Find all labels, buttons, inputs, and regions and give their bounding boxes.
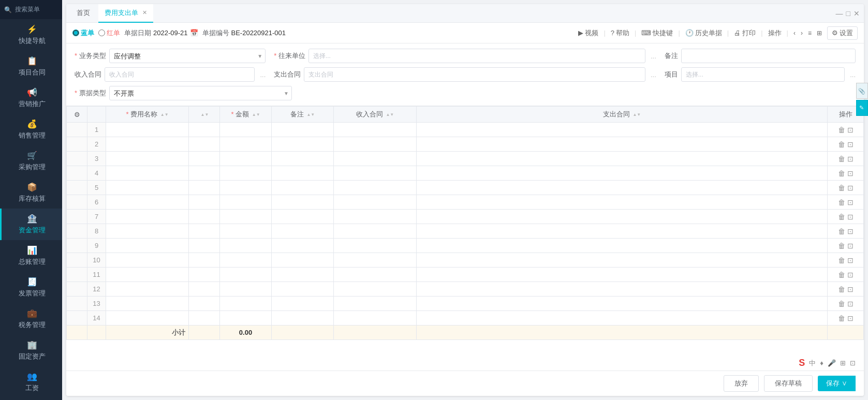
sidebar-item-marketing[interactable]: 📢营销推广	[0, 82, 62, 114]
row-memo-cell[interactable]	[272, 210, 334, 224]
copy-row-btn[interactable]: ⊡	[847, 184, 854, 192]
partner-dots[interactable]: ...	[651, 52, 656, 60]
delete-row-btn[interactable]: 🗑	[838, 184, 845, 192]
row-memo-cell[interactable]	[272, 311, 334, 325]
project-dots[interactable]: ...	[850, 71, 856, 79]
red-radio-label[interactable]: 红单	[98, 28, 120, 38]
row-expense-cell[interactable]	[417, 253, 828, 268]
save-draft-button[interactable]: 保存草稿	[764, 375, 813, 392]
row-expense-cell[interactable]	[417, 239, 828, 253]
copy-row-btn[interactable]: ⊡	[847, 140, 854, 149]
discard-button[interactable]: 放弃	[724, 375, 759, 392]
sidebar-item-tax[interactable]: 💼税务管理	[0, 303, 62, 335]
copy-row-btn[interactable]: ⊡	[847, 213, 854, 221]
sort-arrows-amount[interactable]: ▲▼	[252, 113, 260, 117]
row-amount-cell[interactable]	[220, 311, 272, 325]
sort-arrows[interactable]: ▲▼	[201, 113, 209, 117]
window-maximize-icon[interactable]: □	[846, 9, 850, 18]
help-btn[interactable]: ? 帮助	[611, 28, 629, 38]
copy-row-btn[interactable]: ⊡	[847, 227, 854, 235]
blue-radio[interactable]	[72, 29, 79, 36]
sidebar-item-sales[interactable]: 💰销售管理	[0, 114, 62, 145]
delete-row-btn[interactable]: 🗑	[838, 213, 845, 221]
expense-contract-input[interactable]: 支出合同	[304, 67, 645, 82]
delete-row-btn[interactable]: 🗑	[838, 285, 845, 293]
row-expense-name-cell[interactable]	[106, 123, 189, 137]
row-memo-cell[interactable]	[272, 253, 334, 268]
row-amount-cell[interactable]	[220, 166, 272, 181]
row-expense-cell[interactable]	[417, 210, 828, 224]
row-memo-cell[interactable]	[272, 239, 334, 253]
floating-tab-2[interactable]: ✎	[856, 100, 868, 116]
row-income-cell[interactable]	[334, 253, 417, 268]
row-memo-cell[interactable]	[272, 152, 334, 166]
floating-tab-1[interactable]: 📎	[856, 83, 868, 99]
row-income-cell[interactable]	[334, 166, 417, 181]
row-expense-name-cell[interactable]	[106, 239, 189, 253]
row-memo-cell[interactable]	[272, 166, 334, 181]
sidebar-item-hr[interactable]: 👥工资	[0, 366, 62, 398]
delete-row-btn[interactable]: 🗑	[838, 256, 845, 264]
row-expense-cell[interactable]	[417, 181, 828, 195]
row-expense-cell[interactable]	[417, 195, 828, 210]
sidebar-item-project-contract[interactable]: 📋项目合同	[0, 51, 62, 82]
row-income-cell[interactable]	[334, 137, 417, 152]
window-close-icon[interactable]: ✕	[854, 9, 860, 18]
grid-view-btn[interactable]: ⊞	[817, 29, 822, 37]
row-amount-cell[interactable]	[220, 123, 272, 137]
copy-row-btn[interactable]: ⊡	[847, 126, 854, 134]
history-btn[interactable]: 🕐 历史单据	[685, 28, 722, 38]
row-memo-cell[interactable]	[272, 195, 334, 210]
row-income-cell[interactable]	[334, 297, 417, 311]
delete-row-btn[interactable]: 🗑	[838, 227, 845, 235]
row-income-cell[interactable]	[334, 239, 417, 253]
copy-row-btn[interactable]: ⊡	[847, 271, 854, 279]
ops-btn[interactable]: 操作	[768, 28, 782, 38]
row-expense-cell[interactable]	[417, 224, 828, 239]
row-amount-cell[interactable]	[220, 181, 272, 195]
row-memo-cell[interactable]	[272, 282, 334, 297]
delete-row-btn[interactable]: 🗑	[838, 169, 845, 177]
row-amount-cell[interactable]	[220, 210, 272, 224]
row-amount-cell[interactable]	[220, 297, 272, 311]
copy-row-btn[interactable]: ⊡	[847, 285, 854, 293]
partner-input[interactable]: 选择...	[308, 49, 645, 63]
row-memo-cell[interactable]	[272, 224, 334, 239]
sort-arrows-expense[interactable]: ▲▼	[632, 113, 641, 117]
row-income-cell[interactable]	[334, 123, 417, 137]
sidebar-item-purchase[interactable]: 🛒采购管理	[0, 145, 62, 177]
row-amount-cell[interactable]	[220, 282, 272, 297]
row-memo-cell[interactable]	[272, 123, 334, 137]
red-radio[interactable]	[98, 29, 105, 36]
row-amount-cell[interactable]	[220, 137, 272, 152]
delete-row-btn[interactable]: 🗑	[838, 271, 845, 279]
row-expense-name-cell[interactable]	[106, 253, 189, 268]
blue-radio-label[interactable]: 蓝单	[72, 28, 94, 38]
sidebar-item-invoice[interactable]: 🧾发票管理	[0, 272, 62, 303]
row-expense-cell[interactable]	[417, 297, 828, 311]
copy-row-btn[interactable]: ⊡	[847, 155, 854, 163]
row-expense-cell[interactable]	[417, 137, 828, 152]
copy-row-btn[interactable]: ⊡	[847, 169, 854, 177]
expense-contract-dots[interactable]: ...	[651, 71, 656, 79]
memo-input[interactable]	[681, 49, 856, 63]
row-amount-cell[interactable]	[220, 239, 272, 253]
shortcut-btn[interactable]: ⌨ 快捷键	[641, 28, 673, 38]
print-btn[interactable]: 🖨 打印	[734, 28, 756, 38]
project-input[interactable]: 选择...	[681, 67, 845, 82]
row-expense-name-cell[interactable]	[106, 268, 189, 282]
row-expense-name-cell[interactable]	[106, 195, 189, 210]
income-contract-dots[interactable]: ...	[260, 71, 266, 79]
copy-row-btn[interactable]: ⊡	[847, 256, 854, 264]
row-income-cell[interactable]	[334, 195, 417, 210]
row-expense-name-cell[interactable]	[106, 181, 189, 195]
business-type-select[interactable]: 应付调整	[109, 49, 266, 63]
copy-row-btn[interactable]: ⊡	[847, 314, 854, 322]
row-expense-cell[interactable]	[417, 123, 828, 137]
calendar-icon[interactable]: 📅	[190, 29, 198, 37]
delete-row-btn[interactable]: 🗑	[838, 242, 845, 250]
delete-row-btn[interactable]: 🗑	[838, 300, 845, 308]
row-memo-cell[interactable]	[272, 181, 334, 195]
row-expense-cell[interactable]	[417, 152, 828, 166]
sidebar-item-quick-nav[interactable]: ⚡快捷导航	[0, 19, 62, 51]
